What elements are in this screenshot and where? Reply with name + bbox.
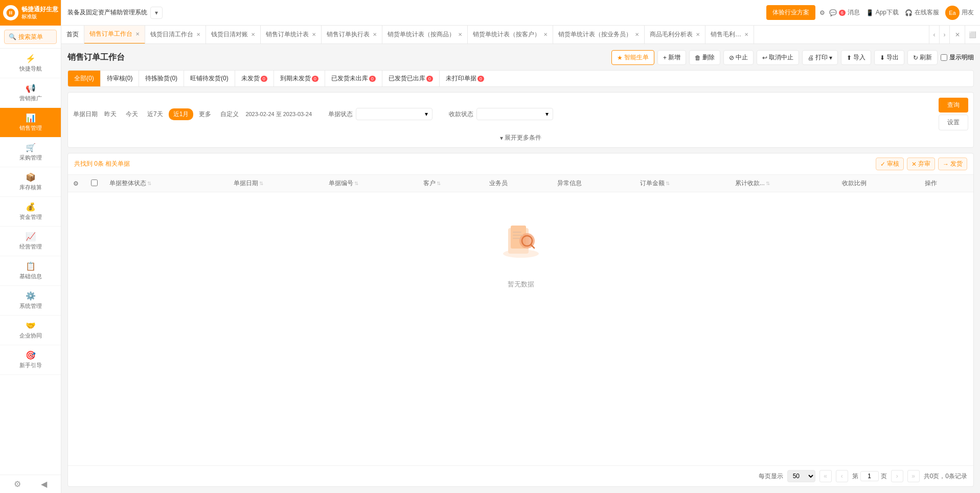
show-detail-checkbox[interactable]: 显示明细 <box>941 53 974 62</box>
sidebar-item-marketing[interactable]: 📢 营销推广 <box>0 78 61 108</box>
th-date: 单据日期⇅ <box>229 175 324 192</box>
date-more[interactable]: 更多 <box>195 108 215 120</box>
tab-sales-by-customer[interactable]: 销货单统计表（按客户） ✕ <box>468 26 553 44</box>
subtab-pending-check[interactable]: 待拣验货(0) <box>139 71 184 86</box>
ship-button[interactable]: → 发货 <box>938 158 967 170</box>
sort-icon[interactable]: ⇅ <box>437 181 441 186</box>
sort-icon[interactable]: ⇅ <box>259 181 263 186</box>
star-icon: ★ <box>617 54 623 61</box>
revoke-button[interactable]: ✕ 弃审 <box>907 158 935 170</box>
tab-close-icon[interactable]: ✕ <box>196 32 200 37</box>
tab-sales-by-product[interactable]: 销货单统计表（按商品） ✕ <box>382 26 468 44</box>
audit-button[interactable]: ✓ 审核 <box>876 158 904 170</box>
status-select[interactable]: ▾ <box>356 108 432 120</box>
select-all-checkbox[interactable] <box>91 180 98 186</box>
stop-button[interactable]: ⊘ 中止 <box>723 50 754 65</box>
industry-solution-button[interactable]: 体验行业方案 <box>766 5 815 20</box>
subtab-shipped-not-out[interactable]: 已发货未出库0 <box>325 71 382 86</box>
sort-icon[interactable]: ⇅ <box>354 181 358 186</box>
cancel-stop-button[interactable]: ↩ 取消中止 <box>757 50 799 65</box>
prev-page-button[interactable]: ‹ <box>836 470 848 482</box>
tabs-next-button[interactable]: › <box>939 26 949 44</box>
gear-settings-button[interactable]: ⚙ <box>819 9 825 16</box>
tab-close-icon[interactable]: ✕ <box>696 32 700 37</box>
last-page-button[interactable]: » <box>907 470 920 482</box>
expand-filter-button[interactable]: ▾ 展开更多条件 <box>73 133 968 142</box>
sidebar-item-finance[interactable]: 💰 资金管理 <box>0 197 61 227</box>
system-dropdown[interactable]: ▾ <box>150 7 163 19</box>
tab-sales-gross[interactable]: 销售毛利… ✕ <box>705 26 754 44</box>
collapse-sidebar-button[interactable]: ◀ <box>41 479 47 489</box>
tabs-prev-button[interactable]: ‹ <box>929 26 939 44</box>
delete-button[interactable]: 🗑 删除 <box>689 50 720 65</box>
th-settings[interactable]: ⚙ <box>68 175 84 192</box>
sidebar-item-inventory[interactable]: 📦 库存核算 <box>0 167 61 197</box>
settings-icon[interactable]: ⚙ <box>14 479 21 489</box>
tab-sales-workbench[interactable]: 销售订单工作台 ✕ <box>84 26 145 44</box>
per-page-select[interactable]: 50 10 20 100 <box>787 470 815 482</box>
sidebar-item-cooperation[interactable]: 🤝 企业协同 <box>0 316 61 345</box>
message-button[interactable]: 💬 6 消息 <box>829 8 860 17</box>
online-service-button[interactable]: 🎧 在线客服 <box>905 8 939 17</box>
next-page-button[interactable]: › <box>891 470 903 482</box>
refresh-button[interactable]: ↻ 刷新 <box>907 50 938 65</box>
tab-home[interactable]: 首页 <box>61 26 84 44</box>
audit-icon: ✓ <box>880 161 885 168</box>
tab-close-icon[interactable]: ✕ <box>458 32 462 37</box>
date-custom[interactable]: 自定义 <box>217 108 242 120</box>
tabs-expand-button[interactable]: ⬜ <box>965 26 980 44</box>
app-download-button[interactable]: 📱 App下载 <box>866 8 899 17</box>
subtab-pending-audit[interactable]: 待审核(0) <box>101 71 140 86</box>
subtab-not-shipped[interactable]: 未发货0 <box>235 71 274 86</box>
th-checkbox[interactable] <box>84 175 104 192</box>
tab-close-icon[interactable]: ✕ <box>543 32 548 37</box>
first-page-button[interactable]: « <box>819 470 832 482</box>
subtab-wangpu-ship[interactable]: 旺铺待发货(0) <box>184 71 235 86</box>
date-7days[interactable]: 近7天 <box>144 108 167 120</box>
print-button[interactable]: 🖨 打印 ▾ <box>802 50 838 65</box>
sort-icon[interactable]: ⇅ <box>766 181 770 186</box>
tab-gross-margin[interactable]: 商品毛利分析表 ✕ <box>645 26 705 44</box>
tab-close-icon[interactable]: ✕ <box>373 32 377 37</box>
date-today[interactable]: 今天 <box>122 108 142 120</box>
sidebar-item-guide[interactable]: 🎯 新手引导 <box>0 345 61 375</box>
filter-settings-button[interactable]: 设置 <box>939 115 968 130</box>
sidebar-item-purchase[interactable]: 🛒 采购管理 <box>0 138 61 167</box>
search-menu-button[interactable]: 🔍 搜索菜单 <box>4 30 57 44</box>
tab-order-stats[interactable]: 销售订单统计表 ✕ <box>261 26 322 44</box>
tab-close-icon[interactable]: ✕ <box>135 31 140 37</box>
tab-order-exec[interactable]: 销售订单执行表 ✕ <box>322 26 382 44</box>
sidebar-item-sales[interactable]: 📊 销售管理 <box>0 108 61 138</box>
detail-checkbox-input[interactable] <box>941 54 947 61</box>
tab-close-icon[interactable]: ✕ <box>312 32 316 37</box>
subtab-not-printed[interactable]: 未打印单据0 <box>440 71 490 86</box>
sidebar-item-quick[interactable]: ⚡ 快捷导航 <box>0 49 61 78</box>
sidebar-item-basic[interactable]: 📋 基础信息 <box>0 256 61 286</box>
sort-icon[interactable]: ⇅ <box>147 181 151 186</box>
cancel-icon: ↩ <box>762 54 767 61</box>
tab-daily-clear[interactable]: 钱货日清工作台 ✕ <box>145 26 206 44</box>
page-number-input[interactable] <box>860 471 879 481</box>
tab-close-icon[interactable]: ✕ <box>744 32 748 37</box>
subtab-overdue-ship[interactable]: 到期未发货0 <box>274 71 325 86</box>
payment-select[interactable]: ▾ <box>476 108 553 120</box>
export-button[interactable]: ⬇ 导出 <box>874 50 904 65</box>
date-yesterday[interactable]: 昨天 <box>101 108 120 120</box>
subtab-shipped-out[interactable]: 已发货已出库0 <box>382 71 440 86</box>
tab-sales-by-salesperson[interactable]: 销货单统计表（按业务员） ✕ <box>553 26 645 44</box>
user-avatar[interactable]: Ea 用友 <box>945 6 974 20</box>
sidebar-item-operation[interactable]: 📈 经营管理 <box>0 227 61 256</box>
subtab-all[interactable]: 全部(0) <box>68 71 101 86</box>
tab-close-icon[interactable]: ✕ <box>251 32 255 37</box>
import-button[interactable]: ⬆ 导入 <box>841 50 871 65</box>
smart-create-button[interactable]: ★ 智能生单 <box>611 50 654 65</box>
add-button[interactable]: + 新增 <box>657 50 686 65</box>
tabs-close-all-button[interactable]: ✕ <box>949 26 965 44</box>
sort-icon[interactable]: ⇅ <box>666 181 670 186</box>
date-1month[interactable]: 近1月 <box>169 108 194 120</box>
tab-close-icon[interactable]: ✕ <box>635 32 639 37</box>
sidebar-item-system[interactable]: ⚙️ 系统管理 <box>0 286 61 316</box>
status-dropdown-icon: ▾ <box>425 110 428 118</box>
tab-reconciliation[interactable]: 钱货日清对账 ✕ <box>206 26 261 44</box>
query-button[interactable]: 查询 <box>939 98 968 113</box>
